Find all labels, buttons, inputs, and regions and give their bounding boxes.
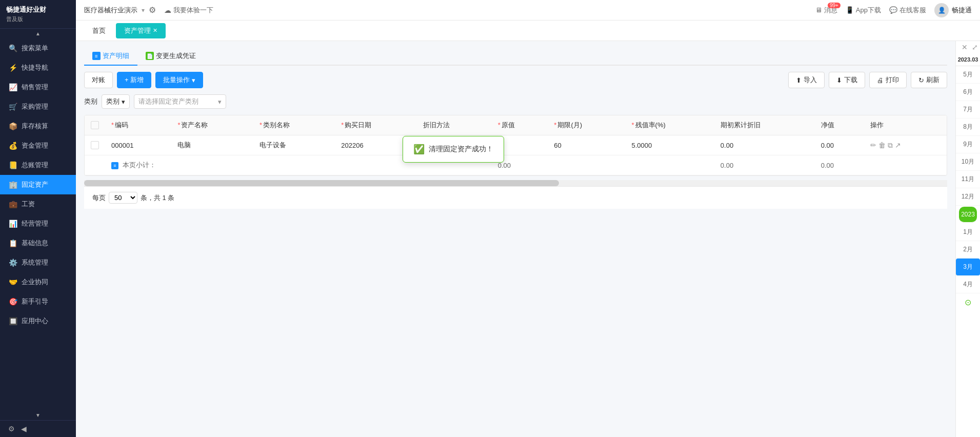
category-value-select[interactable]: 请选择固定资产类别 ▾ <box>134 94 226 109</box>
experience-btn[interactable]: ☁ 我要体验一下 <box>164 6 213 15</box>
tab-home[interactable]: 首页 <box>84 23 114 38</box>
sidebar-bottom: ⚙ ◀ <box>0 420 76 437</box>
sidebar-item-purchase[interactable]: 🛒采购管理 <box>0 97 76 116</box>
sidebar-item-system[interactable]: ⚙️系统管理 <box>0 253 76 272</box>
sidebar-icon-fixed-assets: 🏢 <box>8 180 17 189</box>
sidebar-item-basic-info[interactable]: 📋基础信息 <box>0 233 76 253</box>
edit-icon[interactable]: ✏ <box>870 141 876 149</box>
online-service-label: 在线客服 <box>899 6 926 15</box>
month-item-prev-8月[interactable]: 8月 <box>956 118 980 136</box>
select-all-checkbox[interactable] <box>91 121 99 129</box>
table-header-row: *编码 *资产名称 *类别名称 *购买日期 折旧方法 *原值 *期限(月) *残… <box>85 115 947 135</box>
row-op-icons: ✏ 🗑 ⧉ ↗ <box>870 141 941 150</box>
import-btn[interactable]: ⬆ 导入 <box>788 72 825 88</box>
category-value-placeholder: 请选择固定资产类别 <box>138 97 198 106</box>
per-page-select[interactable]: 50 100 200 <box>109 192 137 204</box>
subtotal-row: ≡ 本页小计： 0.00 0.00 0.00 <box>85 155 947 175</box>
category-type-select[interactable]: 类别 ▾ <box>102 94 130 109</box>
sidebar-icon-inventory: 📦 <box>8 122 17 131</box>
category-value-arrow: ▾ <box>218 98 222 106</box>
month-item-curr-3月[interactable]: 3月 <box>956 259 980 276</box>
sub-tab-change-voucher[interactable]: 📄 变更生成凭证 <box>137 47 204 66</box>
category-type-arrow: ▾ <box>122 98 125 106</box>
month-item-prev-9月[interactable]: 9月 <box>956 136 980 153</box>
notifications-btn[interactable]: 🖥 消息 99+ <box>815 6 837 15</box>
sidebar-item-operations[interactable]: 📊经营管理 <box>0 214 76 233</box>
month-item-curr-2月[interactable]: 2月 <box>956 241 980 259</box>
sidebar-item-cooperation[interactable]: 🤝企业协同 <box>0 272 76 292</box>
month-item-prev-12月[interactable]: 12月 <box>956 188 980 206</box>
tab-asset-mgmt[interactable]: 资产管理 ✕ <box>116 23 166 38</box>
sidebar-label-guide: 新手引导 <box>22 297 48 306</box>
sidebar-label-fixed-assets: 固定资产 <box>22 180 48 189</box>
sidebar-item-guide[interactable]: 🎯新手引导 <box>0 292 76 311</box>
year-badge[interactable]: 2023 <box>959 207 977 223</box>
col-operations: 操作 <box>864 115 947 135</box>
month-item-curr-4月[interactable]: 4月 <box>956 276 980 293</box>
month-item-prev-7月[interactable]: 7月 <box>956 101 980 118</box>
company-dropdown-arrow[interactable]: ▾ <box>142 7 145 14</box>
month-item-prev-6月[interactable]: 6月 <box>956 84 980 101</box>
filter-row: 类别 类别 ▾ 请选择固定资产类别 ▾ <box>84 94 947 109</box>
sidebar-label-payroll: 工资 <box>22 200 35 209</box>
sidebar-label-inventory: 库存核算 <box>22 122 48 131</box>
refresh-btn[interactable]: ↻ 刷新 <box>911 72 947 88</box>
download-btn[interactable]: ⬇ 下载 <box>829 72 865 88</box>
row-code: 000001 <box>105 135 171 155</box>
company-name: 医疗器械行业演示 <box>84 6 137 15</box>
sidebar-item-finance[interactable]: 💰资金管理 <box>0 136 76 155</box>
horizontal-scrollbar[interactable] <box>84 180 947 186</box>
sidebar-item-quick-nav[interactable]: ⚡快捷导航 <box>0 58 76 77</box>
sidebar-icon-sales: 📈 <box>8 83 17 92</box>
collapse-icon[interactable]: ◀ <box>21 425 27 433</box>
app-download-btn[interactable]: 📱 App下载 <box>846 6 881 15</box>
scrollbar-thumb[interactable] <box>84 180 559 186</box>
sidebar-item-fixed-assets[interactable]: 🏢固定资产 <box>0 175 76 194</box>
col-purchase-date: *购买日期 <box>335 115 416 135</box>
panel-expand-icon[interactable]: ⤢ <box>971 43 979 51</box>
category-label: 类别 <box>84 97 97 106</box>
sidebar-item-search[interactable]: 🔍搜索菜单 <box>0 38 76 58</box>
online-service-btn[interactable]: 💬 在线客服 <box>889 6 926 15</box>
service-icon: 💬 <box>889 6 897 14</box>
download-label: 下载 <box>844 75 857 85</box>
panel-header: 2023.03 <box>956 53 980 66</box>
more-icon[interactable]: ↗ <box>895 141 901 149</box>
new-btn[interactable]: + 新增 <box>117 72 151 88</box>
sidebar-label-app-center: 应用中心 <box>22 316 48 326</box>
panel-scroll-down[interactable]: ⊙ <box>956 293 980 311</box>
copy-icon[interactable]: ⧉ <box>888 141 893 150</box>
col-original-value: *原值 <box>492 115 548 135</box>
settings-icon[interactable]: ⚙ <box>8 425 15 433</box>
sidebar-icon-purchase: 🛒 <box>8 102 17 111</box>
sidebar-item-app-center[interactable]: 🔲应用中心 <box>0 311 76 331</box>
batch-btn[interactable]: 批量操作 ▾ <box>155 72 203 88</box>
tab-asset-mgmt-label: 资产管理 <box>124 26 151 35</box>
sidebar-item-inventory[interactable]: 📦库存核算 <box>0 116 76 136</box>
sidebar-scroll-down[interactable]: ▼ <box>0 410 76 420</box>
sidebar-item-sales[interactable]: 📈销售管理 <box>0 77 76 97</box>
company-settings-icon[interactable]: ⚙ <box>149 5 156 15</box>
sidebar-item-ledger[interactable]: 📒总账管理 <box>0 155 76 175</box>
month-item-prev-11月[interactable]: 11月 <box>956 171 980 188</box>
sub-tab-asset-detail[interactable]: ≡ 资产明细 <box>84 47 137 66</box>
month-item-curr-1月[interactable]: 1月 <box>956 224 980 241</box>
sub-tab-change-voucher-label: 变更生成凭证 <box>156 51 196 61</box>
month-item-prev-10月[interactable]: 10月 <box>956 153 980 171</box>
row-checkbox[interactable] <box>91 141 99 149</box>
sidebar-label-ledger: 总账管理 <box>22 161 48 170</box>
col-code: *编码 <box>105 115 171 135</box>
sidebar-icon-quick-nav: ⚡ <box>8 63 17 72</box>
delete-icon[interactable]: 🗑 <box>878 141 886 149</box>
sidebar-item-payroll[interactable]: 💼工资 <box>0 194 76 214</box>
success-toast: ✅ 清理固定资产成功！ <box>403 136 504 163</box>
month-item-prev-5月[interactable]: 5月 <box>956 66 980 84</box>
sidebar-icon-payroll: 💼 <box>8 200 17 209</box>
panel-close-icon[interactable]: ✕ <box>961 43 969 51</box>
sidebar-icon-guide: 🎯 <box>8 297 17 306</box>
tab-close-icon[interactable]: ✕ <box>153 27 157 34</box>
account-btn[interactable]: 对账 <box>84 72 113 88</box>
sidebar-scroll-up[interactable]: ▲ <box>0 29 76 38</box>
import-label: 导入 <box>804 75 817 85</box>
print-btn[interactable]: 🖨 打印 <box>869 72 907 88</box>
